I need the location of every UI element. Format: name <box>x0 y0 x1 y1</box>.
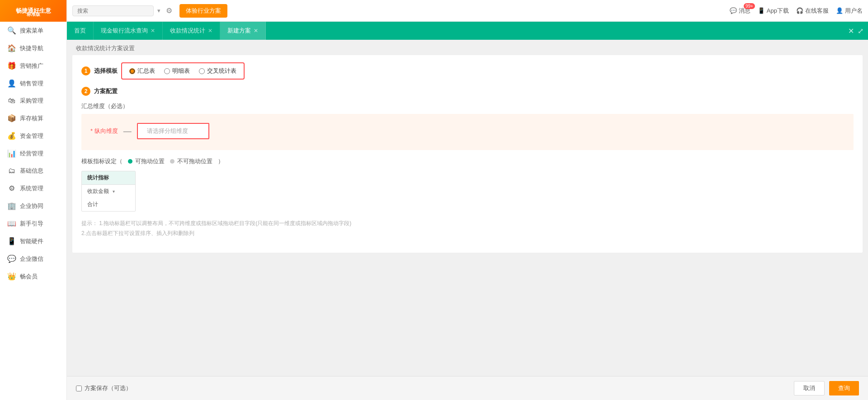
notification-icon: 💬 <box>730 7 737 14</box>
sidebar-item-purchase[interactable]: 🛍 采购管理 <box>0 92 66 109</box>
sidebar-item-enterprise[interactable]: 🏢 企业协同 <box>0 197 66 215</box>
user-avatar: 👤 <box>836 7 843 14</box>
box-icon: 📦 <box>7 114 16 122</box>
main-area: ▾ ⚙ 体验行业方案 💬 消息 99+ 📱 App下载 🎧 在线客服 👤 用户名 <box>67 0 868 400</box>
sidebar-item-enterprise-wechat[interactable]: 💬 企业微信 <box>0 250 66 268</box>
sidebar-item-capital[interactable]: 💰 资金管理 <box>0 127 66 145</box>
metrics-row1-arrow[interactable]: ▾ <box>113 189 115 194</box>
folder-icon: 🗂 <box>7 167 16 175</box>
tab-bank-flow[interactable]: 现金银行流水查询 ✕ <box>94 22 163 40</box>
dimension-select[interactable]: 请选择分组维度 <box>137 123 209 139</box>
money-icon: 💰 <box>7 132 16 140</box>
content-area: 收款情况统计方案设置 1 选择模板 汇总表 <box>67 40 868 376</box>
chat-icon: 💬 <box>7 254 16 263</box>
radio-cross[interactable]: 交叉统计表 <box>199 67 236 75</box>
form-card: 1 选择模板 汇总表 明细表 <box>72 55 863 253</box>
tab-new-plan[interactable]: 新建方案 ✕ <box>220 22 266 40</box>
step1-section: 1 选择模板 汇总表 明细表 <box>81 62 854 80</box>
logo-sub: 标准版 <box>27 11 40 18</box>
sidebar-item-member[interactable]: 👑 畅会员 <box>0 268 66 285</box>
trial-btn[interactable]: 体验行业方案 <box>179 4 227 18</box>
tab-close-all-icon[interactable]: ✕ <box>848 27 854 35</box>
sidebar-item-new-guide[interactable]: 📖 新手引导 <box>0 215 66 232</box>
dimension-arrow-icon: — <box>123 127 132 136</box>
sidebar-item-sales[interactable]: 👤 销售管理 <box>0 75 66 92</box>
save-checkbox-label[interactable]: 方案保存（可选） <box>76 384 132 392</box>
metrics-row1[interactable]: 收款金额 ▾ <box>82 185 135 198</box>
radio-summary-input[interactable] <box>129 68 135 74</box>
step1-num: 1 <box>81 66 90 75</box>
home-icon: 🏠 <box>7 44 16 52</box>
save-checkbox-input[interactable] <box>76 386 82 391</box>
bag-icon: 🛍 <box>7 97 16 105</box>
tab-expand-icon[interactable]: ⤢ <box>858 27 863 35</box>
bottom-actions: 取消 查询 <box>794 381 859 395</box>
metrics-table-header: 统计指标 <box>82 171 135 185</box>
fixed-label: 不可拖动位置 <box>177 157 212 165</box>
online-service-item[interactable]: 🎧 在线客服 <box>796 7 829 15</box>
building-icon: 🏢 <box>7 202 16 210</box>
step2-section: 2 方案配置 汇总维度（必选） * 纵向维度 — 请选择分组维度 <box>81 87 854 238</box>
step2-header: 2 方案配置 <box>81 87 854 96</box>
radio-cross-input[interactable] <box>199 68 205 74</box>
metrics-table: 统计指标 收款金额 ▾ 合计 <box>81 171 136 212</box>
fixed-dot <box>170 159 175 164</box>
sidebar-item-sys-mgmt[interactable]: ⚙ 系统管理 <box>0 179 66 197</box>
user-icon: 👤 <box>7 79 16 88</box>
sidebar-item-search-menu[interactable]: 🔍 搜索菜单 <box>0 22 66 39</box>
sidebar-item-basic-info[interactable]: 🗂 基础信息 <box>0 162 66 179</box>
dimension-title: 汇总维度（必选） <box>81 102 854 110</box>
mobile-icon: 📱 <box>7 237 16 245</box>
step1-header: 1 选择模板 汇总表 明细表 <box>81 62 854 80</box>
search-input[interactable] <box>72 5 154 16</box>
dimension-row-label: * 纵向维度 <box>90 127 118 135</box>
metrics-title-end: ） <box>218 157 224 165</box>
radio-detail[interactable]: 明细表 <box>164 67 190 75</box>
settings-icon[interactable]: ⚙ <box>166 6 172 15</box>
toggle-movable: 可拖动位置 <box>128 157 165 165</box>
topbar-dropdown-arrow[interactable]: ▾ <box>157 7 160 14</box>
template-selection-box: 汇总表 明细表 交叉统计表 <box>121 62 245 80</box>
radio-summary[interactable]: 汇总表 <box>129 67 155 75</box>
query-button[interactable]: 查询 <box>829 381 859 395</box>
radio-detail-input[interactable] <box>164 68 170 74</box>
dimension-config: 汇总维度（必选） * 纵向维度 — 请选择分组维度 <box>81 102 854 150</box>
metrics-section: 模板指标设定（ 可拖动位置 不可拖动位置 ） <box>81 157 854 238</box>
sidebar-logo: 畅捷通好生意 标准版 <box>0 0 66 22</box>
movable-dot <box>128 159 132 164</box>
topbar: ▾ ⚙ 体验行业方案 💬 消息 99+ 📱 App下载 🎧 在线客服 👤 用户名 <box>67 0 868 22</box>
step2-num: 2 <box>81 87 90 96</box>
sidebar: 畅捷通好生意 标准版 🔍 搜索菜单 🏠 快捷导航 🎁 营销推广 👤 销售管理 🛍… <box>0 0 67 400</box>
movable-label: 可拖动位置 <box>135 157 165 165</box>
search-menu-icon: 🔍 <box>7 26 16 35</box>
sidebar-item-smart-hw[interactable]: 📱 智能硬件 <box>0 232 66 250</box>
toggle-fixed: 不可拖动位置 <box>170 157 212 165</box>
chart-icon: 📊 <box>7 149 16 158</box>
step2-title: 方案配置 <box>94 87 118 95</box>
page-title: 收款情况统计方案设置 <box>67 40 868 55</box>
tabbar: 首页 现金银行流水查询 ✕ 收款情况统计 ✕ 新建方案 ✕ ✕ ⤢ <box>67 22 868 40</box>
tab-home[interactable]: 首页 <box>67 22 94 40</box>
download-icon: 📱 <box>758 7 765 14</box>
notification-badge: 99+ <box>744 3 755 9</box>
dimension-area: * 纵向维度 — 请选择分组维度 <box>81 114 854 150</box>
service-icon: 🎧 <box>796 7 803 14</box>
tab-close-bank-flow[interactable]: ✕ <box>151 28 155 34</box>
sidebar-item-inventory[interactable]: 📦 库存核算 <box>0 109 66 127</box>
sidebar-item-operations[interactable]: 📊 经营管理 <box>0 145 66 162</box>
notification-item[interactable]: 💬 消息 99+ <box>730 7 750 15</box>
tab-close-collection-stats[interactable]: ✕ <box>208 28 212 34</box>
book-icon: 📖 <box>7 219 16 228</box>
app-download-item[interactable]: 📱 App下载 <box>758 7 789 15</box>
topbar-right: 💬 消息 99+ 📱 App下载 🎧 在线客服 👤 用户名 <box>730 7 863 15</box>
tab-collection-stats[interactable]: 收款情况统计 ✕ <box>163 22 220 40</box>
tabbar-actions: ✕ ⤢ <box>844 22 868 40</box>
sidebar-item-quick-nav[interactable]: 🏠 快捷导航 <box>0 39 66 57</box>
cancel-button[interactable]: 取消 <box>794 381 825 395</box>
metrics-row2: 合计 <box>82 198 135 211</box>
sidebar-item-marketing[interactable]: 🎁 营销推广 <box>0 57 66 75</box>
user-item[interactable]: 👤 用户名 <box>836 7 863 15</box>
bottom-bar: 方案保存（可选） 取消 查询 <box>67 376 868 400</box>
tab-close-new-plan[interactable]: ✕ <box>254 28 258 34</box>
metrics-toggle-row: 模板指标设定（ 可拖动位置 不可拖动位置 ） <box>81 157 854 165</box>
